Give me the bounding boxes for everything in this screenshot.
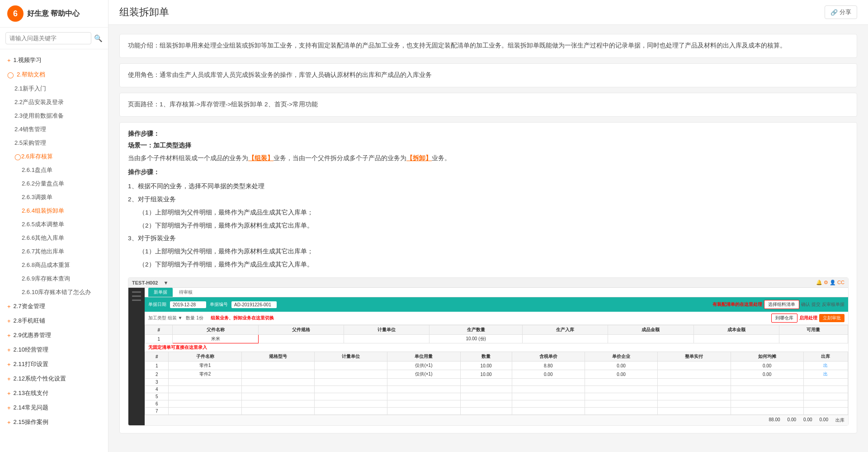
logo-icon: 6: [7, 5, 24, 22]
step-2-2: （2）下部明细为子件明细，最终作为原材料生成其它出库单。: [139, 221, 849, 231]
table-row: 1 米米 10.00 (份): [145, 335, 848, 343]
search-button[interactable]: 🔍: [94, 34, 103, 43]
page-title: 组装拆卸单: [119, 5, 169, 19]
mock-type-label: 加工类型 组装 ▼: [148, 315, 182, 321]
share-button[interactable]: 🔗 分享: [825, 5, 857, 19]
mock-qty-label: 数量 1份: [186, 315, 203, 321]
mock-tab-approve: 待审核: [175, 288, 197, 297]
sidebar-item-docs-2-6-8[interactable]: 2.6.8商品成本重算: [0, 258, 108, 272]
sidebar-item-docs-2-14[interactable]: + 2.14常见问题: [0, 400, 108, 415]
breadcrumb-block: 页面路径：1、库存核算->库存管理->组装拆卸单 2、首页->常用功能: [119, 93, 857, 117]
mock-total1: 88.00: [769, 417, 780, 423]
expand-icon: +: [7, 303, 11, 310]
sidebar-item-docs[interactable]: ◯ 2.帮助文档: [0, 67, 108, 82]
sidebar-item-docs-2-15[interactable]: + 2.15操作案例: [0, 415, 108, 429]
sidebar-item-docs-2-6-5[interactable]: 2.6.5成本调整单: [0, 218, 108, 231]
sidebar-item-docs-2-7[interactable]: + 2.7资金管理: [0, 299, 108, 314]
expand-icon: +: [7, 347, 11, 353]
table-row: 2零件2 仅供(×1)10.000.000.000.00出: [145, 370, 848, 379]
scene1-title: 场景一：加工类型选择: [128, 142, 849, 150]
mock-total2: 0.00: [788, 417, 796, 423]
operations-section: 操作步骤： 场景一：加工类型选择 当由多个子件材料组装成一个成品的业务为【组装】…: [119, 122, 857, 433]
mock-dropdown-icon: ▼: [163, 280, 168, 285]
sidebar-item-docs-2-5[interactable]: 2.5采购管理: [0, 136, 108, 150]
search-bar: 🔍: [0, 28, 108, 49]
mock-input-warehouse: 到哪仓库: [771, 314, 797, 323]
sidebar-item-docs-2-6-4[interactable]: 2.6.4组装拆卸单: [0, 204, 108, 218]
share-icon: 🔗: [830, 9, 838, 16]
mock-total-label: 出库: [835, 417, 844, 423]
sidebar-item-docs-2-6[interactable]: ◯ 2.6库存核算: [0, 150, 108, 163]
step-3-2: （2）下部明细为子件明细，最终作为产成品生成其它入库单。: [139, 260, 849, 270]
intro-block-2: 使用角色：通常由生产人员或库管人员完成拆装业务的操作，库管人员确认原材料的出库和…: [119, 63, 857, 87]
expand-icon: +: [7, 376, 11, 382]
sidebar-item-docs-2-6-10[interactable]: 2.6.10库存账本错了怎么办: [0, 285, 108, 299]
sidebar-item-docs-2-11[interactable]: + 2.11打印设置: [0, 357, 108, 371]
sidebar-item-docs-2-3[interactable]: 2.3使用前数据准备: [0, 109, 108, 123]
mock-company: TEST-H002: [132, 280, 158, 285]
main-area: 组装拆卸单 🔗 分享 功能介绍：组装拆卸单用来处理企业组装或拆卸等加工业务，支持…: [108, 0, 868, 452]
mock-cell-parent-name: 米米: [211, 336, 220, 341]
expand-icon: +: [7, 361, 11, 368]
step-1: 1、根据不同的业务，选择不同单据的类型来处理: [128, 181, 849, 192]
sidebar-item-docs-2-6-9[interactable]: 2.6.9库存账本查询: [0, 272, 108, 285]
mock-tab-new: 新单据: [148, 288, 173, 297]
mock-annotation-bom: 有装配清单的在这里处理: [712, 301, 762, 308]
sidebar-nav: + 1.视频学习 ◯ 2.帮助文档 2.1新手入门 2.2产品安装及登录 2.3…: [0, 49, 108, 452]
expand-icon: +: [7, 419, 11, 426]
mock-form-num-label: 单据编号: [210, 301, 228, 308]
mock-btn-confirm: 确认 提交 反审核单据: [801, 301, 844, 308]
expand-icon: +: [7, 390, 11, 397]
step-3: 3、对于拆装业务: [128, 233, 849, 244]
sidebar-item-docs-2-6-1[interactable]: 2.6.1盘点单: [0, 163, 108, 177]
sidebar-item-docs-2-6-2[interactable]: 2.6.2分量盘点单: [0, 177, 108, 190]
sidebar-item-docs-2-10[interactable]: + 2.10经营管理: [0, 343, 108, 357]
operation-title: 操作步骤：: [128, 130, 849, 138]
sidebar-item-docs-2-13[interactable]: + 2.13在线支付: [0, 386, 108, 400]
sidebar-item-docs-2-6-6[interactable]: 2.6.6其他入库单: [0, 231, 108, 245]
search-input[interactable]: [5, 32, 91, 44]
mock-annotation-nobom: 无固定清单可直接在这里录入: [145, 343, 848, 352]
mock-total4: 0.00: [820, 417, 828, 423]
sidebar-item-docs-2-12[interactable]: + 2.12系统个性化设置: [0, 371, 108, 386]
step-2: 2、对于组装业务: [128, 195, 849, 205]
table-row: 7: [145, 408, 848, 415]
sidebar-item-docs-2-9[interactable]: + 2.9优惠券管理: [0, 328, 108, 343]
sidebar-item-videos[interactable]: + 1.视频学习: [0, 53, 108, 67]
sidebar: 6 好生意 帮助中心 🔍 + 1.视频学习 ◯ 2.帮助文档 2.1新手入门 2…: [0, 0, 108, 452]
mock-annotation-type: 组装业务、拆卸业务在这里切换: [211, 315, 274, 321]
sidebar-item-docs-2-6-7[interactable]: 2.6.7其他出库单: [0, 245, 108, 258]
table-row: 5: [145, 393, 848, 400]
table-row: 1零件1 仅供(×1)10.008.800.000.00出: [145, 362, 848, 370]
sidebar-item-docs-2-6-3[interactable]: 2.6.3调拨单: [0, 190, 108, 204]
mock-footer: 88.00 0.00 0.00 0.00 出库: [145, 415, 848, 425]
expand-icon: +: [7, 404, 11, 411]
sidebar-item-docs-2-8[interactable]: + 2.8手机旺铺: [0, 314, 108, 328]
step-3-1: （1）上部明细为父件明细，最终作为原材料生成其它出库单；: [139, 247, 849, 257]
collapse-icon: ◯: [7, 71, 14, 78]
sidebar-item-docs-2-4[interactable]: 2.4销售管理: [0, 123, 108, 136]
scene1-desc: 当由多个子件材料组装成一个成品的业务为【组装】业务，当由一个父件拆分成多个子产品…: [128, 153, 849, 164]
step-2-1: （1）上部明细为父件明细，最终作为产成品生成其它入库单；: [139, 208, 849, 218]
mock-parent-table: #父件名称父件规格计量单位生产数量生产入库成品金额成本金额可用量 1 米米 10…: [145, 325, 848, 343]
expand-icon: +: [7, 332, 11, 339]
table-row: 6: [145, 400, 848, 408]
mock-btn-approve2: 立刻审批: [819, 314, 844, 322]
content-area: 功能介绍：组装拆卸单用来处理企业组装或拆卸等加工业务，支持有固定装配清单的产品加…: [108, 25, 868, 452]
mock-form-date-value: 2019-12-28: [170, 301, 206, 308]
sidebar-header: 6 好生意 帮助中心: [0, 0, 108, 28]
expand-icon: +: [7, 57, 11, 64]
sidebar-item-docs-2-1[interactable]: 2.1新手入门: [0, 82, 108, 95]
mock-annotation-process: 启用处理: [799, 315, 817, 321]
intro-block-1: 功能介绍：组装拆卸单用来处理企业组装或拆卸等加工业务，支持有固定装配清单的产品加…: [119, 34, 857, 58]
mock-icons: 🔔 ⚙ 👤 CC: [816, 280, 844, 285]
sidebar-item-label: 2.帮助文档: [17, 71, 45, 79]
table-row: 3: [145, 379, 848, 386]
mock-form-date-label: 单据日期: [148, 301, 166, 308]
mock-form-num-value: AD-20191226-001: [231, 301, 277, 308]
app-title: 好生意 帮助中心: [27, 9, 80, 19]
sidebar-item-docs-2-2[interactable]: 2.2产品安装及登录: [0, 95, 108, 109]
mock-btn-bom: 选择组料清单: [764, 300, 799, 309]
main-header: 组装拆卸单 🔗 分享: [108, 0, 868, 25]
mock-total3: 0.00: [803, 417, 812, 423]
